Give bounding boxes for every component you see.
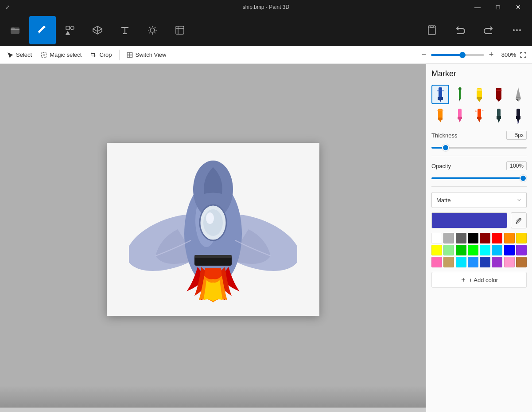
chevron-down-icon	[516, 197, 522, 203]
svg-rect-7	[428, 27, 435, 35]
maximize-button[interactable]: □	[488, 0, 508, 14]
svg-rect-41	[477, 117, 482, 119]
color-cell[interactable]	[516, 257, 527, 267]
color-cell[interactable]	[443, 233, 454, 243]
color-cell[interactable]	[504, 245, 515, 255]
svg-rect-45	[497, 116, 501, 119]
color-cell[interactable]	[468, 233, 478, 243]
svg-rect-44	[497, 109, 501, 117]
fit-button[interactable]	[518, 50, 528, 60]
toolbar-open-file[interactable]	[2, 16, 28, 44]
brush-dark[interactable]	[490, 106, 508, 126]
color-cell[interactable]	[431, 233, 442, 243]
brush-highlighter[interactable]	[470, 85, 488, 104]
redo-icon	[483, 25, 494, 35]
color-cell[interactable]	[431, 245, 442, 255]
current-color-swatch[interactable]	[431, 212, 507, 228]
thickness-section: Thickness 5px	[431, 131, 527, 150]
svg-rect-29	[458, 88, 462, 90]
svg-marker-3	[66, 31, 70, 35]
paste-icon	[427, 25, 437, 35]
svg-point-43	[482, 110, 484, 111]
color-cell[interactable]	[492, 257, 502, 267]
window-title: ship.bmp - Paint 3D	[243, 4, 289, 10]
toolbar-more[interactable]	[504, 16, 530, 44]
matte-dropdown[interactable]: Matte	[431, 192, 527, 208]
zoom-in-button[interactable]: +	[486, 50, 497, 60]
toolbar-text[interactable]	[112, 16, 138, 44]
toolbar-undo[interactable]	[447, 16, 474, 44]
toolbar-divider	[119, 50, 120, 60]
canvas-icon	[175, 25, 185, 35]
canvas-surface	[107, 143, 319, 316]
zoom-out-button[interactable]: −	[419, 50, 429, 60]
brush-grid	[431, 85, 527, 126]
opacity-value: 100%	[506, 161, 527, 170]
color-cell[interactable]	[516, 233, 527, 243]
brush-calligraphy[interactable]	[431, 85, 449, 104]
toolbar-brushes[interactable]	[29, 16, 56, 44]
brush-pen[interactable]	[451, 85, 469, 104]
color-cell[interactable]	[443, 257, 454, 267]
eyedropper-button[interactable]	[511, 212, 527, 228]
toolbar-redo[interactable]	[475, 16, 502, 44]
calligraphy-icon	[434, 86, 447, 102]
toolbar-canvas[interactable]	[167, 16, 193, 44]
color-cell[interactable]	[480, 233, 490, 243]
color-cell[interactable]	[480, 257, 490, 267]
pencil-icon	[512, 86, 524, 102]
canvas-area[interactable]	[0, 64, 426, 412]
rocket-container	[107, 143, 319, 316]
svg-rect-47	[516, 116, 520, 119]
svg-point-8	[513, 29, 515, 31]
select-button[interactable]: Select	[4, 48, 35, 62]
switch-view-button[interactable]: Switch View	[123, 48, 170, 62]
color-cell[interactable]	[504, 233, 515, 243]
svg-rect-25	[194, 255, 232, 258]
color-cell[interactable]	[480, 245, 490, 255]
toolbar-effects[interactable]	[139, 16, 166, 44]
brush-spray[interactable]	[470, 106, 488, 126]
magic-select-button[interactable]: Magic select	[37, 48, 85, 62]
color-cell[interactable]	[468, 245, 478, 255]
add-color-button[interactable]: + Add color	[431, 272, 527, 288]
crop-button[interactable]: Crop	[87, 48, 115, 62]
svg-rect-39	[458, 117, 462, 119]
brush-pencil[interactable]	[509, 85, 527, 104]
svg-rect-46	[516, 109, 520, 117]
zoom-slider[interactable]	[431, 54, 484, 56]
brush-wet[interactable]	[509, 106, 527, 126]
svg-rect-12	[127, 52, 130, 55]
color-cell[interactable]	[456, 233, 466, 243]
opacity-slider[interactable]	[431, 177, 527, 179]
color-cell[interactable]	[431, 257, 442, 267]
color-cell[interactable]	[516, 245, 527, 255]
color-cell[interactable]	[504, 257, 515, 267]
toolbar-shapes-2d[interactable]	[57, 16, 83, 44]
color-cell[interactable]	[456, 245, 466, 255]
brush-calligraphy2[interactable]	[490, 85, 508, 104]
svg-point-42	[475, 110, 477, 112]
thickness-slider[interactable]	[431, 147, 527, 149]
switch-view-icon	[127, 52, 133, 58]
svg-rect-38	[458, 109, 462, 118]
scrollbar-bottom[interactable]	[0, 408, 426, 412]
brush-crayon[interactable]	[431, 106, 449, 126]
toolbar-paste[interactable]	[419, 16, 445, 44]
color-cell[interactable]	[443, 245, 454, 255]
zoom-controls: − + 800%	[419, 50, 528, 60]
close-button[interactable]: ✕	[508, 0, 528, 14]
minimize-button[interactable]: —	[467, 0, 488, 14]
color-cell[interactable]	[492, 233, 502, 243]
svg-rect-33	[496, 90, 502, 91]
pen-icon	[454, 86, 466, 102]
svg-rect-26	[439, 87, 442, 98]
undo-icon	[455, 25, 466, 35]
color-cell[interactable]	[492, 245, 502, 255]
dark-brush-icon	[493, 108, 505, 124]
color-cell[interactable]	[468, 257, 478, 267]
brush-oil[interactable]	[451, 106, 469, 126]
color-cell[interactable]	[456, 257, 466, 267]
toolbar-shapes-3d[interactable]	[84, 16, 111, 44]
shapes-3d-icon	[92, 25, 103, 35]
